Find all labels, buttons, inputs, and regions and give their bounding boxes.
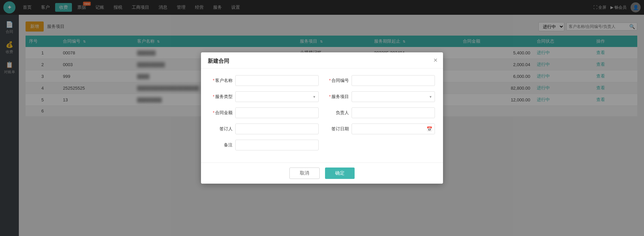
modal-title: 新建合同	[208, 58, 229, 64]
form-group-remark: 备注	[209, 140, 319, 150]
contract-amount-label: *合同金额	[209, 110, 233, 116]
confirm-button[interactable]: 确定	[325, 168, 355, 179]
contract-no-label: *合同编号	[325, 78, 349, 84]
form-group-service-type: *服务类型 ▼	[209, 91, 319, 102]
customer-name-input[interactable]	[235, 75, 319, 86]
responsible-label: 负责人	[325, 110, 349, 116]
signer-input[interactable]	[235, 124, 319, 134]
calendar-icon[interactable]: 📅	[427, 126, 432, 132]
form-group-signer: 签订人	[209, 124, 319, 134]
service-type-select[interactable]	[235, 91, 319, 102]
form-group-sign-date: 签订日期 2023-06-06 📅	[325, 124, 435, 134]
contract-amount-input[interactable]: 0.00	[235, 107, 319, 118]
modal-close-button[interactable]: ✕	[433, 57, 438, 63]
form-group-service-item: *服务项目 ▼	[325, 91, 435, 102]
contract-no-input[interactable]	[352, 75, 435, 86]
sign-date-wrapper: 2023-06-06 📅	[352, 124, 435, 134]
service-item-label: *服务项目	[325, 94, 349, 100]
new-contract-modal: 新建合同 ✕ *客户名称 *合同编号	[201, 52, 443, 184]
form-group-contract-no: *合同编号	[325, 75, 435, 86]
form-group-amount: *合同金额 0.00	[209, 107, 319, 118]
form-row-2: *服务类型 ▼ *服务项目 ▼	[209, 91, 435, 102]
service-type-select-wrapper: ▼	[235, 91, 319, 102]
sign-date-input[interactable]: 2023-06-06	[352, 124, 435, 134]
modal-header: 新建合同	[201, 52, 443, 68]
customer-name-label: *客户名称	[209, 78, 233, 84]
service-type-label: *服务类型	[209, 94, 233, 100]
responsible-input[interactable]	[352, 107, 435, 118]
remark-input[interactable]	[235, 140, 319, 150]
form-row-1: *客户名称 *合同编号	[209, 75, 435, 86]
service-item-select-wrapper: ▼	[352, 91, 435, 102]
form-group-customer: *客户名称	[209, 75, 319, 86]
sign-date-label: 签订日期	[325, 126, 349, 132]
signer-label: 签订人	[209, 126, 233, 132]
form-row-3: *合同金额 0.00 负责人	[209, 107, 435, 118]
form-group-responsible: 负责人	[325, 107, 435, 118]
remark-label: 备注	[209, 142, 233, 148]
modal-body: *客户名称 *合同编号 *服务类型	[201, 68, 443, 162]
modal-footer: 取消 确定	[201, 162, 443, 184]
cancel-button[interactable]: 取消	[289, 168, 320, 179]
service-item-select[interactable]	[352, 91, 435, 102]
form-row-5: 备注	[209, 140, 435, 150]
form-row-4: 签订人 签订日期 2023-06-06 📅	[209, 124, 435, 134]
modal-overlay[interactable]: 新建合同 ✕ *客户名称 *合同编号	[0, 0, 644, 236]
